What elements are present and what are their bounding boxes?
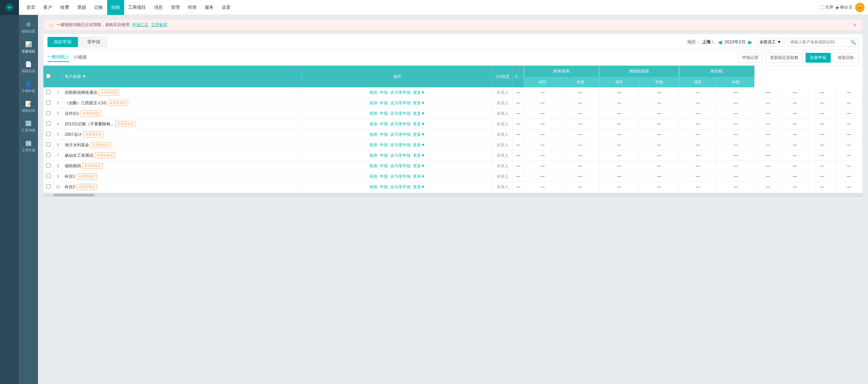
gengxin-button[interactable]: 更新税定及取数 [766, 53, 803, 63]
op-taxform[interactable]: 税表 [370, 122, 378, 126]
subsidebar-annual-report[interactable]: 🏢 工商年报 [19, 136, 38, 156]
scrollbar-thumb[interactable] [54, 194, 94, 196]
banner-link2[interactable]: 立即购买 [151, 22, 167, 28]
op-report[interactable]: 申报 [380, 164, 388, 168]
banner-link1[interactable]: 申报汇总 [132, 22, 149, 28]
banner-close-button[interactable]: ✕ [853, 22, 857, 28]
op-report[interactable]: 申报 [380, 174, 388, 179]
op-setzero[interactable]: 设为零申报 [390, 111, 411, 116]
op-more[interactable]: 更多▼ [413, 111, 425, 116]
upgrade-button[interactable]: ▶ 畅会员 [836, 4, 852, 10]
op-taxform[interactable]: 税表 [370, 174, 378, 179]
date-prev-button[interactable]: ◀ [716, 39, 723, 45]
row-checkbox[interactable] [46, 174, 51, 178]
fullscreen-button[interactable]: ⛶ 全屏 [820, 4, 833, 10]
nav-bizproject[interactable]: 工商项目 [124, 0, 150, 15]
row-checkbox[interactable] [46, 142, 51, 147]
shougouhuizhui-button[interactable]: 收取回执 [833, 53, 859, 63]
op-taxform[interactable]: 税表 [370, 153, 378, 158]
op-report[interactable]: 申报 [380, 111, 388, 116]
subsidebar-tax-records[interactable]: 📝 报税记录 [19, 97, 38, 116]
nav-invoice[interactable]: 票据 [73, 0, 90, 15]
date-next-button[interactable]: ▶ [747, 39, 754, 45]
search-input[interactable] [787, 38, 848, 46]
op-taxform[interactable]: 税表 [370, 185, 378, 189]
nav-management[interactable]: 管理 [167, 0, 184, 15]
op-setzero[interactable]: 设为零申报 [390, 185, 411, 189]
op-setzero[interactable]: 设为零申报 [390, 153, 411, 158]
op-setzero[interactable]: 设为零申报 [390, 122, 411, 126]
op-report[interactable]: 申报 [380, 185, 388, 189]
op-setzero[interactable]: 设为零申报 [390, 90, 411, 95]
op-setzero[interactable]: 设为零申报 [390, 143, 411, 147]
row-checkbox[interactable] [46, 100, 51, 105]
nav-home[interactable]: 首页 [22, 0, 39, 15]
op-report[interactable]: 申报 [380, 132, 388, 137]
taxpayer-tab-small[interactable]: 小规模 [74, 54, 87, 62]
op-more[interactable]: 更多▼ [413, 90, 425, 95]
op-taxform[interactable]: 税表 [370, 143, 378, 147]
op-more[interactable]: 更多▼ [413, 184, 425, 190]
tab-declaration[interactable]: 税款申报 [47, 37, 78, 47]
table-cell-1: — [561, 87, 599, 98]
subsidebar-tax-overview[interactable]: 📄 报税总览 [19, 57, 38, 77]
op-more[interactable]: 更多▼ [413, 142, 425, 148]
tab-zero[interactable]: 零申报 [81, 37, 107, 47]
op-more[interactable]: 更多▼ [413, 132, 425, 137]
row-checkbox[interactable] [46, 90, 51, 94]
nav-bookkeeping[interactable]: 记账 [90, 0, 107, 15]
op-taxform[interactable]: 税表 [370, 90, 378, 95]
row-checkbox[interactable] [46, 153, 51, 157]
op-taxform[interactable]: 税表 [370, 111, 378, 116]
nav-customer[interactable]: 客户 [39, 0, 56, 15]
search-button[interactable]: 🔍 [848, 38, 858, 46]
op-more[interactable]: 更多▼ [413, 153, 425, 158]
subsidebar-batch-tax[interactable]: 📊 批量报税 [19, 37, 38, 57]
scrollbar-area[interactable] [43, 193, 863, 197]
op-setzero[interactable]: 设为零申报 [390, 164, 411, 168]
subsidebar-tax-settings[interactable]: ⚙ 报税设置 [19, 18, 38, 37]
piliangshenbao-button[interactable]: 批量申报 [806, 53, 831, 63]
th-ca2: C... [513, 66, 524, 87]
op-report[interactable]: 申报 [380, 143, 388, 147]
row-checkbox[interactable] [46, 121, 51, 126]
nav-settings[interactable]: 设置 [218, 0, 235, 15]
op-taxform[interactable]: 税表 [370, 132, 378, 137]
scrollbar-track[interactable] [43, 194, 863, 196]
op-report[interactable]: 申报 [380, 90, 388, 95]
op-setzero[interactable]: 设为零申报 [390, 101, 411, 105]
table-cell-0: — [524, 108, 561, 119]
nav-tax[interactable]: 报税 [107, 0, 124, 15]
select-all-checkbox[interactable] [46, 74, 51, 78]
row-checkbox[interactable] [46, 132, 51, 136]
table-cell-8: — [808, 129, 835, 140]
nav-operation[interactable]: 经营 [184, 0, 201, 15]
subsidebar-personal-tax[interactable]: 👤 个税申报 [19, 77, 38, 97]
op-report[interactable]: 申报 [380, 122, 388, 126]
nav-fee[interactable]: 收费 [56, 0, 73, 15]
op-more[interactable]: 更多▼ [413, 163, 425, 169]
op-more[interactable]: 更多▼ [413, 121, 425, 127]
avatar[interactable]: 🐱 [855, 3, 865, 12]
row-checkbox[interactable] [46, 163, 51, 168]
op-more[interactable]: 更多▼ [413, 174, 425, 179]
op-setzero[interactable]: 设为零申报 [390, 174, 411, 179]
row-checkbox[interactable] [46, 111, 51, 115]
row-checkbox[interactable] [46, 184, 51, 189]
topnav-right: ⛶ 全屏 ▶ 畅会员 🐱 [820, 3, 865, 12]
shenbaojilu-button[interactable]: 申报记录 [738, 53, 763, 63]
op-taxform[interactable]: 税表 [370, 101, 378, 105]
op-taxform[interactable]: 税表 [370, 164, 378, 168]
op-report[interactable]: 申报 [380, 101, 388, 105]
employee-select[interactable]: 全部员工 ▼ [756, 38, 784, 46]
ca-status: 未填入 [496, 164, 509, 168]
nav-service[interactable]: 服务 [201, 0, 218, 15]
taxpayer-tab-general[interactable]: 一般纳税人 [47, 54, 70, 62]
op-setzero[interactable]: 设为零申报 [390, 132, 411, 137]
subsidebar-settlement[interactable]: 🔢 汇算清缴 [19, 116, 38, 136]
op-report[interactable]: 申报 [380, 153, 388, 158]
table-cell-4: — [679, 171, 717, 182]
info-icon[interactable]: ℹ [712, 40, 714, 44]
nav-message[interactable]: 消息 [150, 0, 167, 15]
op-more[interactable]: 更多▼ [413, 100, 425, 106]
